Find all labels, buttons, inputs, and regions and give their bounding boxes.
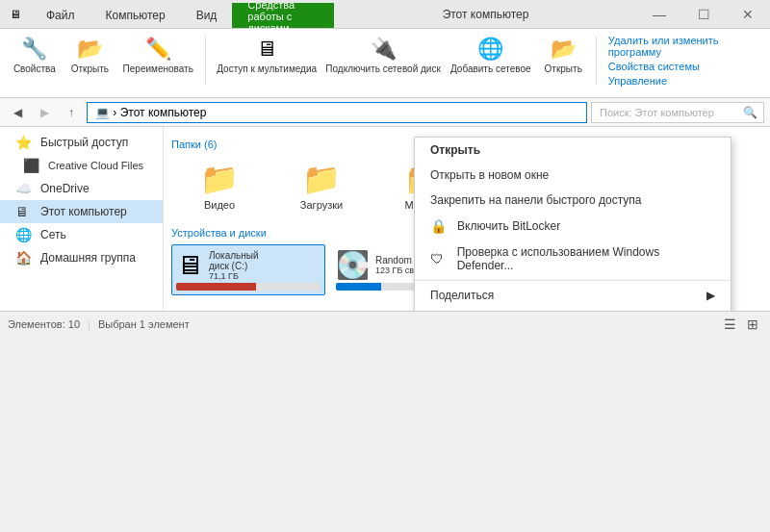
video-folder-icon: 📁 (200, 161, 239, 197)
status-divider: | (88, 318, 90, 330)
drive-f-icon: 💽 (336, 249, 370, 281)
back-button[interactable]: ◀ (6, 101, 29, 124)
open-icon: 📂 (77, 37, 103, 62)
tab-file[interactable]: Файл (31, 3, 90, 28)
close-button[interactable]: ✕ (726, 0, 770, 29)
context-menu: Открыть Открыть в новом окне Закрепить н… (414, 137, 732, 311)
minimize-button[interactable]: — (637, 0, 681, 29)
ribbon-add-network[interactable]: 🌐 Добавить сетевое (447, 33, 534, 89)
downloads-folder-label: Загрузки (300, 199, 343, 211)
content: Папки (6) 📁 Видео 📁 Загрузки 📁 Музыка Ус… (164, 127, 770, 311)
media-icon: 🖥 (256, 37, 277, 62)
sidebar-onedrive-label: OneDrive (40, 182, 90, 195)
address-path[interactable]: 💻 › Этот компьютер (87, 102, 587, 123)
content-wrapper: ⭐ Быстрый доступ ⬛ Creative Cloud Files … (0, 127, 770, 311)
bitlocker-icon: 🔒 (430, 218, 449, 234)
connect-label: Подключить сетевой диск (325, 63, 441, 74)
properties-icon: 🔧 (21, 37, 47, 62)
search-icon: 🔍 (743, 106, 757, 119)
search-box[interactable]: Поиск: Этот компьютер 🔍 (591, 102, 764, 123)
ribbon-properties[interactable]: 🔧 Свойства (8, 33, 62, 89)
system-props-link[interactable]: Свойства системы (608, 61, 758, 72)
onedrive-icon: ☁️ (15, 181, 35, 196)
address-bar: ◀ ▶ ↑ 💻 › Этот компьютер Поиск: Этот ком… (0, 98, 770, 127)
properties-label: Свойства (13, 63, 56, 74)
ctx-defender[interactable]: 🛡 Проверка с использованием Windows Defe… (415, 240, 731, 278)
network-icon: 🌐 (15, 227, 35, 242)
drive-f-fill (336, 283, 381, 291)
ctx-restore-version[interactable]: Восстановить прежнюю версию (415, 308, 731, 311)
details-view-button[interactable]: ☰ (720, 315, 739, 334)
open-label: Открыть (71, 63, 109, 74)
creative-cloud-icon: ⬛ (23, 158, 42, 173)
sidebar-network-label: Сеть (40, 228, 66, 241)
sidebar: ⭐ Быстрый доступ ⬛ Creative Cloud Files … (0, 127, 164, 311)
elements-count: Элементов: 10 (8, 318, 80, 330)
drive-c-info: Локальныйдиск (C:) 71,1 ГБ (209, 250, 259, 281)
path-text: 💻 › Этот компьютер (95, 106, 206, 119)
tab-manage[interactable]: Средства работы с дисками (232, 3, 334, 28)
tab-view[interactable]: Вид (181, 3, 233, 28)
folder-downloads[interactable]: 📁 Загрузки (273, 156, 370, 215)
ctx-open-new-window[interactable]: Открыть в новом окне (415, 163, 731, 188)
sidebar-item-network[interactable]: 🌐 Сеть (0, 223, 163, 246)
ribbon-media[interactable]: 🖥 Доступ к мультимедиа (214, 33, 320, 89)
drive-c-fill (176, 283, 256, 291)
ribbon-divider-2 (596, 37, 597, 85)
maximize-button[interactable]: ☐ (681, 0, 726, 29)
open2-icon: 📂 (551, 37, 577, 62)
video-folder-label: Видео (204, 199, 235, 211)
drive-c-free: 71,1 ГБ (209, 271, 259, 281)
status-bar: Элементов: 10 | Выбран 1 элемент ☰ ⊞ (0, 311, 770, 336)
downloads-folder-icon: 📁 (302, 161, 341, 197)
open2-label: Открыть (545, 63, 582, 74)
uninstall-link[interactable]: Удалить или изменить программу (608, 35, 758, 58)
app-icon: 🖥 (6, 5, 25, 24)
window-controls: — ☐ ✕ (637, 0, 770, 29)
ctx-open[interactable]: Открыть (415, 138, 731, 163)
computer-icon: 🖥 (15, 204, 35, 219)
home-icon: 🏠 (15, 250, 35, 266)
ribbon-open[interactable]: 📂 Открыть (65, 33, 115, 89)
sidebar-homegroup-label: Домашняя группа (40, 251, 136, 265)
ribbon-rename[interactable]: ✏️ Переименовать (118, 33, 197, 89)
sidebar-quickaccess-label: Быстрый доступ (40, 136, 128, 149)
ribbon-open2[interactable]: 📂 Открыть (538, 33, 587, 89)
manage-link[interactable]: Управление (608, 75, 758, 87)
connect-icon: 🔌 (371, 37, 397, 62)
share-arrow-icon: ▶ (706, 289, 715, 302)
ctx-sep-1 (415, 280, 731, 281)
up-button[interactable]: ↑ (60, 101, 83, 124)
drive-c-bar (176, 283, 321, 291)
ribbon-divider-1 (205, 37, 206, 85)
folder-video[interactable]: 📁 Видео (171, 156, 268, 215)
drive-c-icon: 🖥 (176, 249, 203, 281)
defender-icon: 🛡 (430, 251, 449, 266)
sidebar-item-onedrive[interactable]: ☁️ OneDrive (0, 177, 163, 200)
ctx-pin-quick[interactable]: Закрепить на панели быстрого доступа (415, 188, 731, 213)
forward-button[interactable]: ▶ (33, 101, 56, 124)
window-title: Этот компьютер (334, 8, 637, 21)
ribbon-items: 🔧 Свойства 📂 Открыть ✏️ Переименовать 🖥 … (8, 33, 762, 89)
sidebar-item-creative-cloud[interactable]: ⬛ Creative Cloud Files (0, 154, 163, 177)
drive-c-label: Локальныйдиск (C:) (209, 250, 259, 271)
sidebar-item-homegroup[interactable]: 🏠 Домашняя группа (0, 246, 163, 269)
sidebar-item-quickaccess[interactable]: ⭐ Быстрый доступ (0, 131, 163, 154)
sidebar-creative-cloud-label: Creative Cloud Files (48, 160, 143, 171)
title-bar: 🖥 Файл Компьютер Вид Средства работы с д… (0, 0, 770, 29)
ribbon-system-links: Удалить или изменить программу Свойства … (604, 33, 762, 89)
drive-c[interactable]: 🖥 Локальныйдиск (C:) 71,1 ГБ (171, 244, 325, 295)
selected-count: Выбран 1 элемент (98, 318, 190, 330)
view-controls: ☰ ⊞ (720, 315, 762, 334)
ctx-bitlocker[interactable]: 🔒 Включить BitLocker (415, 213, 731, 240)
add-network-label: Добавить сетевое (450, 63, 531, 74)
tab-computer[interactable]: Компьютер (90, 3, 181, 28)
star-icon: ⭐ (15, 135, 35, 150)
ctx-share[interactable]: Поделиться ▶ (415, 283, 731, 308)
rename-icon: ✏️ (145, 37, 171, 62)
large-icons-view-button[interactable]: ⊞ (743, 315, 762, 334)
ribbon-connect[interactable]: 🔌 Подключить сетевой диск (323, 33, 443, 89)
rename-label: Переименовать (123, 63, 193, 74)
media-label: Доступ к мультимедиа (217, 63, 317, 74)
sidebar-item-thispc[interactable]: 🖥 Этот компьютер (0, 200, 163, 223)
